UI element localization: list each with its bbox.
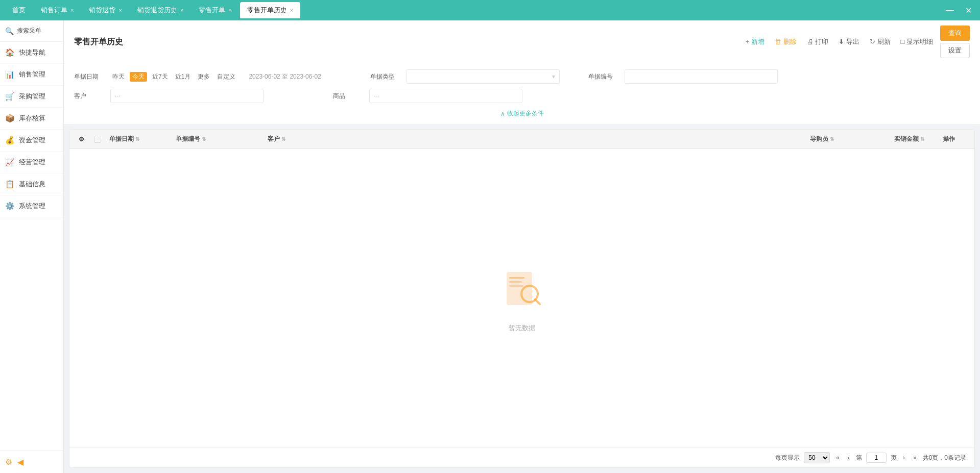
- tab-sales-return-history[interactable]: 销货退货历史 ×: [130, 2, 190, 18]
- tab-sales-order[interactable]: 销售订单 ×: [34, 2, 81, 18]
- date-range: 2023-06-02 至 2023-06-02: [249, 72, 321, 81]
- th-check[interactable]: [90, 136, 105, 143]
- svg-line-5: [535, 300, 540, 304]
- close-tab-retail-open[interactable]: ×: [228, 7, 231, 13]
- setting-button[interactable]: 设置: [940, 43, 970, 58]
- empty-area: 暂无数据: [69, 149, 974, 447]
- empty-illustration: [496, 264, 547, 315]
- th-gear[interactable]: ⚙: [75, 136, 90, 143]
- date-shortcuts: 昨天 今天 近7天 近1月 更多 自定义: [110, 72, 237, 82]
- empty-text: 暂无数据: [509, 323, 535, 333]
- close-tab-sales-return[interactable]: ×: [118, 7, 122, 13]
- sidebar: 🔍 搜索采单 🏠 快捷导航 📊 销售管理 🛒 采购管理 📦 库存核算 💰 资金管…: [0, 20, 64, 473]
- doc-no-input[interactable]: [625, 69, 778, 84]
- goods-label: 商品: [333, 92, 361, 101]
- page-top-inner: 零售开单历史 + 新增 🗑 删除 🖨 打印 ⬇ 导出 ↻ 刷新 □ 显示明细 查…: [64, 20, 980, 63]
- date-more[interactable]: 更多: [196, 72, 212, 82]
- collapse-icon[interactable]: ◀: [17, 457, 23, 467]
- sort-docno-icon[interactable]: ⇅: [202, 136, 206, 142]
- svg-rect-3: [509, 285, 523, 287]
- sort-guide-icon[interactable]: ⇅: [830, 136, 834, 142]
- collapse-arrow-icon: ∧: [500, 110, 505, 117]
- sort-date-icon[interactable]: ⇅: [135, 136, 139, 142]
- sort-amount-icon[interactable]: ⇅: [920, 136, 924, 142]
- sidebar-item-basic-info[interactable]: 📋 基础信息: [0, 173, 63, 195]
- page-last-btn[interactable]: »: [911, 453, 919, 462]
- tab-retail-open-history[interactable]: 零售开单历史 ×: [240, 2, 300, 18]
- print-button[interactable]: 🖨 打印: [804, 35, 832, 48]
- money-icon: 💰: [5, 136, 15, 145]
- refresh-button[interactable]: ↻ 刷新: [867, 35, 894, 48]
- date-7days[interactable]: 近7天: [150, 72, 170, 82]
- export-button[interactable]: ⬇ 导出: [835, 35, 863, 48]
- date-yesterday[interactable]: 昨天: [110, 72, 127, 82]
- window-controls: — ✕: [943, 5, 975, 16]
- home-icon: 🏠: [5, 48, 15, 57]
- close-btn[interactable]: ✕: [962, 5, 975, 16]
- settings-icon[interactable]: ⚙: [5, 457, 12, 467]
- th-docno: 单据编号 ⇅: [172, 135, 264, 143]
- client-input[interactable]: ···: [110, 89, 264, 103]
- th-guide: 导购员 ⇅: [806, 135, 867, 143]
- close-tab-sales-return-history[interactable]: ×: [180, 7, 183, 13]
- goods-input[interactable]: ···: [369, 89, 522, 103]
- toolbar: + 新增 🗑 删除 🖨 打印 ⬇ 导出 ↻ 刷新 □ 显示明细 查询 设置: [743, 26, 970, 58]
- collapse-bar[interactable]: ∧ 收起更多条件: [74, 107, 970, 120]
- table-area: ⚙ 单据日期 ⇅ 单据编号 ⇅ 客户 ⇅ 导购员: [69, 129, 975, 468]
- date-today[interactable]: 今天: [130, 72, 147, 82]
- page-input[interactable]: [866, 453, 887, 463]
- page-prev-btn[interactable]: ‹: [846, 453, 852, 462]
- sidebar-item-purchase-mgmt[interactable]: 🛒 采购管理: [0, 86, 63, 108]
- gear-sidebar-icon: ⚙️: [5, 202, 15, 211]
- close-tab-sales-order[interactable]: ×: [70, 7, 74, 13]
- add-button[interactable]: + 新增: [743, 35, 768, 48]
- sidebar-item-finance[interactable]: 💰 资金管理: [0, 130, 63, 152]
- page-suffix: 页: [891, 454, 897, 462]
- date-1month[interactable]: 近1月: [173, 72, 193, 82]
- table-header: ⚙ 单据日期 ⇅ 单据编号 ⇅ 客户 ⇅ 导购员: [69, 130, 974, 149]
- page-next-btn[interactable]: ›: [901, 453, 907, 462]
- ops-icon: 📈: [5, 158, 15, 167]
- sidebar-item-sales-mgmt[interactable]: 📊 销售管理: [0, 64, 63, 86]
- close-tab-retail-open-history[interactable]: ×: [290, 7, 293, 13]
- th-op: 操作: [928, 135, 969, 143]
- sidebar-item-quick-nav[interactable]: 🏠 快捷导航: [0, 42, 63, 64]
- sidebar-search[interactable]: 🔍 搜索采单: [0, 20, 63, 42]
- filter-container: 单据日期 昨天 今天 近7天 近1月 更多 自定义 2023-06-02 至 2…: [64, 63, 980, 124]
- display-detail-button[interactable]: □ 显示明细: [898, 35, 936, 48]
- minimize-btn[interactable]: —: [943, 5, 957, 16]
- sidebar-item-ops-mgmt[interactable]: 📈 经营管理: [0, 152, 63, 173]
- cart-icon: 🛒: [5, 92, 15, 101]
- sidebar-item-inventory[interactable]: 📦 库存核算: [0, 108, 63, 130]
- page-title: 零售开单历史: [74, 37, 123, 47]
- page-top-section: 零售开单历史 + 新增 🗑 删除 🖨 打印 ⬇ 导出 ↻ 刷新 □ 显示明细 查…: [64, 20, 980, 63]
- sort-client-icon[interactable]: ⇅: [281, 136, 285, 142]
- page-first-btn[interactable]: «: [834, 453, 842, 462]
- doc-type-select[interactable]: ▾: [407, 69, 560, 84]
- date-custom[interactable]: 自定义: [215, 72, 237, 82]
- date-label: 单据日期: [74, 72, 102, 81]
- th-client: 客户 ⇅: [264, 135, 806, 143]
- content: 零售开单历史 + 新增 🗑 删除 🖨 打印 ⬇ 导出 ↻ 刷新 □ 显示明细 查…: [64, 20, 980, 473]
- svg-rect-1: [509, 277, 524, 279]
- tab-home[interactable]: 首页: [5, 2, 33, 18]
- tab-retail-open[interactable]: 零售开单 ×: [192, 2, 238, 18]
- header-checkbox[interactable]: [94, 136, 101, 143]
- th-amount: 实销金额 ⇅: [867, 135, 928, 143]
- total-text: 共0页，0条记录: [923, 454, 966, 462]
- sidebar-bottom: ⚙ ◀: [0, 451, 63, 473]
- th-date: 单据日期 ⇅: [105, 135, 172, 143]
- sidebar-item-sys-mgmt[interactable]: ⚙️ 系统管理: [0, 195, 63, 217]
- delete-button[interactable]: 🗑 删除: [772, 35, 800, 48]
- page-label: 第: [856, 454, 862, 462]
- svg-rect-0: [507, 272, 532, 305]
- client-label: 客户: [74, 92, 102, 101]
- main-layout: 🔍 搜索采单 🏠 快捷导航 📊 销售管理 🛒 采购管理 📦 库存核算 💰 资金管…: [0, 20, 980, 473]
- doc-type-label: 单据类型: [370, 72, 398, 81]
- search-icon: 🔍: [5, 27, 14, 35]
- list-icon: 📋: [5, 180, 15, 189]
- tab-sales-return[interactable]: 销货退货 ×: [82, 2, 129, 18]
- query-button[interactable]: 查询: [940, 26, 970, 41]
- top-tabbar: 首页 销售订单 × 销货退货 × 销货退货历史 × 零售开单 × 零售开单历史 …: [0, 0, 980, 20]
- per-page-select[interactable]: 50 20 100 200: [804, 452, 830, 463]
